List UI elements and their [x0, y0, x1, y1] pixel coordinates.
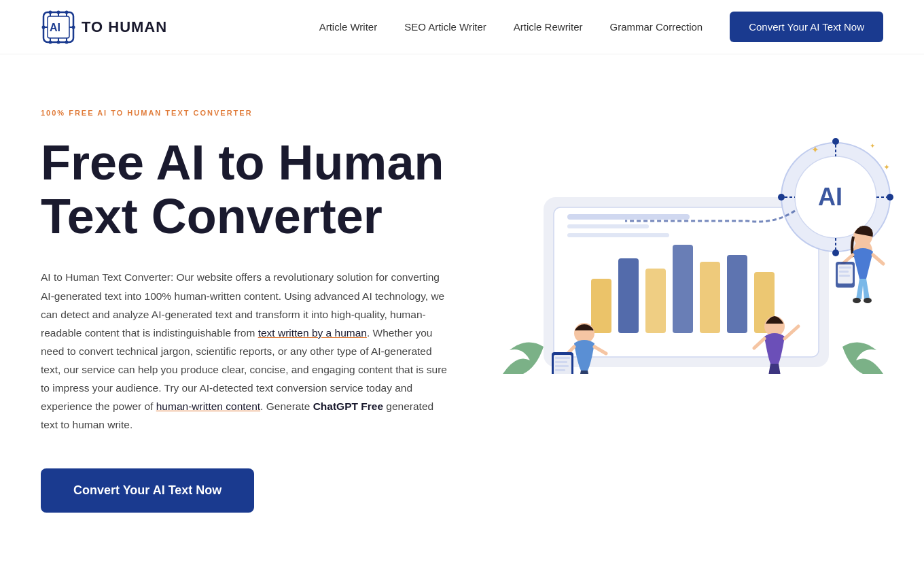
nav-link-article-writer[interactable]: Article Writer [319, 21, 378, 33]
svg-text:AI: AI [818, 183, 842, 211]
nav-item-article-writer[interactable]: Article Writer [319, 21, 378, 33]
svg-rect-25 [700, 262, 720, 333]
svg-point-15 [42, 25, 46, 29]
hero-section: 100% FREE AI TO HUMAN TEXT CONVERTER Fre… [0, 54, 924, 584]
hero-description: AI to Human Text Converter: Our website … [41, 268, 448, 434]
svg-rect-60 [555, 357, 570, 359]
svg-rect-52 [839, 275, 850, 277]
svg-rect-50 [839, 267, 851, 269]
hero-badge: 100% FREE AI TO HUMAN TEXT CONVERTER [41, 109, 503, 117]
svg-point-17 [57, 10, 60, 14]
svg-text:AI: AI [50, 22, 60, 33]
svg-point-46 [853, 298, 861, 303]
svg-rect-26 [727, 255, 747, 333]
nav-link-article-rewriter[interactable]: Article Rewriter [514, 21, 583, 33]
navbar: AI TO HUMAN Article Writer SEO Article W… [0, 0, 924, 54]
svg-rect-63 [555, 369, 565, 371]
nav-item-article-rewriter[interactable]: Article Rewriter [514, 21, 583, 33]
svg-rect-28 [567, 214, 690, 220]
nav-links: Article Writer SEO Article Writer Articl… [319, 21, 883, 33]
hero-highlight-3: ChatGPT Free [313, 400, 383, 412]
svg-rect-23 [645, 269, 666, 333]
hero-title: Free AI to Human Text Converter [41, 136, 503, 243]
nav-cta-button[interactable]: Convert Your AI Text Now [730, 12, 883, 42]
svg-point-37 [887, 194, 893, 201]
hero-illustration: AI [503, 102, 897, 374]
hero-left-panel: 100% FREE AI TO HUMAN TEXT CONVERTER Fre… [41, 95, 503, 513]
nav-link-grammar[interactable]: Grammar Correction [609, 21, 703, 33]
svg-rect-30 [567, 233, 669, 237]
svg-line-45 [873, 255, 883, 264]
svg-text:✦: ✦ [811, 144, 819, 155]
svg-point-14 [65, 40, 69, 44]
nav-item-cta[interactable]: Convert Your AI Text Now [730, 21, 883, 33]
hero-desc-part2: . Whether you need to convert technical … [41, 327, 447, 413]
svg-rect-22 [618, 258, 639, 333]
logo-text: TO HUMAN [82, 18, 167, 36]
hero-right-panel: AI [503, 95, 897, 374]
svg-rect-62 [555, 365, 569, 367]
nav-item-grammar[interactable]: Grammar Correction [609, 21, 703, 33]
svg-rect-24 [673, 245, 693, 333]
hero-cta-button[interactable]: Convert Your AI Text Now [41, 468, 254, 513]
svg-rect-51 [839, 271, 849, 273]
svg-point-35 [832, 250, 839, 256]
svg-point-13 [49, 40, 52, 44]
svg-text:✦: ✦ [870, 142, 875, 150]
hero-highlight-1: text written by a human [258, 327, 367, 339]
svg-rect-29 [567, 224, 649, 228]
hero-title-line2: Text Converter [41, 189, 383, 243]
nav-link-seo-writer[interactable]: SEO Article Writer [404, 21, 486, 33]
svg-point-11 [49, 10, 52, 14]
svg-rect-61 [555, 361, 567, 363]
svg-rect-21 [591, 279, 611, 333]
svg-point-12 [65, 10, 69, 14]
hero-highlight-2: human-written content [156, 400, 260, 412]
svg-text:✦: ✦ [883, 162, 890, 172]
logo[interactable]: AI TO HUMAN [41, 10, 167, 45]
logo-icon: AI [41, 10, 76, 45]
svg-point-34 [832, 138, 839, 145]
hero-title-line1: Free AI to Human [41, 135, 444, 190]
svg-point-36 [778, 194, 785, 201]
svg-point-18 [57, 40, 60, 44]
nav-item-seo-writer[interactable]: SEO Article Writer [404, 21, 486, 33]
hero-desc-part3: . Generate [260, 400, 313, 412]
svg-point-47 [864, 298, 872, 303]
svg-point-16 [72, 25, 75, 29]
